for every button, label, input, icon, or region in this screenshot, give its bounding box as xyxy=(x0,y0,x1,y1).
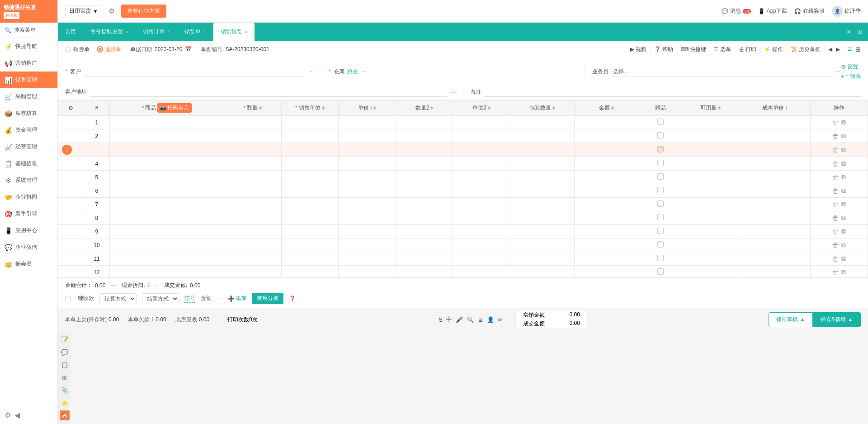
gift-checkbox[interactable] xyxy=(657,228,664,234)
row-gift[interactable] xyxy=(639,116,682,129)
gift-checkbox[interactable] xyxy=(657,214,664,220)
row-pack[interactable] xyxy=(510,116,574,129)
copy-icon[interactable]: ⧉ xyxy=(841,187,846,195)
remark-input[interactable] xyxy=(484,87,861,97)
right-panel-star-icon[interactable]: ⭐ xyxy=(60,398,70,408)
gift-checkbox[interactable] xyxy=(657,187,664,193)
gift-checkbox[interactable] xyxy=(657,146,664,152)
gift-checkbox[interactable] xyxy=(657,268,664,275)
row-pack[interactable] xyxy=(510,129,574,143)
save-new-button[interactable]: 保存&新增 ▲ xyxy=(813,312,861,327)
expense-split-btn[interactable]: 费用分摊 xyxy=(252,293,283,304)
messages-action[interactable]: 💬 消息 70 xyxy=(722,7,751,15)
row-cost[interactable] xyxy=(739,143,811,157)
tab-close-icon[interactable]: × xyxy=(167,29,170,34)
sidebar-item-enterprise[interactable]: 🤝 企业协同 xyxy=(0,189,57,205)
shortcut-btn[interactable]: ⌨ 快捷键 xyxy=(681,46,706,53)
expense-info-icon[interactable]: ❓ xyxy=(289,295,296,302)
gift-checkbox[interactable] xyxy=(657,132,664,138)
copy-icon[interactable]: ⧉ xyxy=(841,200,846,208)
row-qty2[interactable] xyxy=(396,116,453,129)
delete-icon[interactable]: 🗑 xyxy=(832,228,839,235)
list-view-icon[interactable]: ≡ xyxy=(848,45,852,53)
row-qty[interactable] xyxy=(224,143,282,157)
s-icon[interactable]: S xyxy=(439,316,443,323)
copy-icon[interactable]: ⧉ xyxy=(841,173,846,181)
video-btn[interactable]: ▶ 视频 xyxy=(630,46,646,53)
tab-sales-delivery[interactable]: 销货单 × xyxy=(177,23,213,41)
sidebar-item-member[interactable]: 👑 畅会员 xyxy=(0,256,57,272)
product-input-active[interactable] xyxy=(110,145,224,155)
salesperson-more-icon[interactable]: ··· xyxy=(836,68,841,75)
row-price[interactable] xyxy=(339,129,396,143)
right-panel-table-icon[interactable]: 📋 xyxy=(60,360,70,370)
row-amount[interactable] xyxy=(575,143,639,157)
scan-btn[interactable]: 📷 扫码录入 xyxy=(157,103,192,113)
tab-close-icon[interactable]: × xyxy=(245,29,248,34)
salesperson-input[interactable] xyxy=(611,67,833,76)
help-btn[interactable]: ❓ 帮助 xyxy=(654,46,673,53)
right-panel-message-icon[interactable]: 💬 xyxy=(60,347,70,357)
delete-icon[interactable]: 🗑 xyxy=(832,174,839,181)
one-click-pay-check[interactable]: 一键收款 xyxy=(65,295,94,302)
settings-bottom-icon[interactable]: ⚙ xyxy=(5,411,11,419)
tab-close-icon[interactable]: × xyxy=(126,29,128,34)
delete-icon[interactable]: 🗑 xyxy=(832,214,839,222)
row-gift[interactable] xyxy=(639,129,682,143)
add-row-button[interactable]: + xyxy=(62,145,72,155)
account-link[interactable]: 陈号 xyxy=(184,295,195,303)
row-qty[interactable] xyxy=(224,116,282,129)
edit-icon[interactable]: ✏ xyxy=(498,316,503,323)
row-amount[interactable] xyxy=(575,116,639,129)
addr-more-icon[interactable]: ··· xyxy=(451,89,455,95)
per-debt-check[interactable]: ℹ xyxy=(151,316,154,323)
sort-icon[interactable] xyxy=(611,106,614,110)
settings-btn[interactable]: ⚙ 设置 xyxy=(841,63,861,71)
gift-checkbox[interactable] xyxy=(657,119,664,125)
right-panel-grid-icon[interactable]: ⊞ xyxy=(60,372,70,382)
tab-sales-order[interactable]: 销售订单 × xyxy=(136,23,177,41)
prev-arrow[interactable]: ◀ xyxy=(828,46,832,52)
row-product-input[interactable] xyxy=(109,143,224,157)
row-price[interactable] xyxy=(339,143,396,157)
print-btn[interactable]: 🖨 打印 xyxy=(739,46,756,53)
row-qty2[interactable] xyxy=(396,143,453,157)
sort-icon[interactable] xyxy=(488,106,491,110)
delete-icon[interactable]: 🗑 xyxy=(832,119,839,126)
row-unit2[interactable] xyxy=(453,129,510,143)
right-panel-note-icon[interactable]: 📝 xyxy=(60,334,70,344)
select-btn[interactable]: ☰ 选单 xyxy=(714,46,731,53)
sort-icon[interactable] xyxy=(373,106,376,110)
row-gift[interactable] xyxy=(639,143,682,157)
gift-checkbox[interactable] xyxy=(657,173,664,180)
doc-num-value[interactable]: SA-20230320-001 xyxy=(225,46,269,52)
delete-icon[interactable]: 🗑 xyxy=(832,255,839,262)
app-download-action[interactable]: 📱 App下载 xyxy=(758,7,787,15)
info-icon[interactable]: ℹ xyxy=(370,105,372,111)
radio-return[interactable]: 退货单 xyxy=(97,46,121,53)
sidebar-item-wechat[interactable]: 💬 企业微信 xyxy=(0,239,57,256)
copy-icon[interactable]: ⧉ xyxy=(841,146,846,154)
row-product[interactable] xyxy=(109,116,224,129)
delete-icon[interactable]: 🗑 xyxy=(832,146,839,153)
sidebar-item-finance[interactable]: 💰 资金管理 xyxy=(0,122,57,138)
calendar-icon[interactable]: 📅 xyxy=(185,46,192,52)
warehouse-value[interactable]: 总仓 xyxy=(347,68,358,76)
copy-icon[interactable]: ⧉ xyxy=(841,160,846,167)
tab-close-icon[interactable]: × xyxy=(203,29,206,34)
sort-icon[interactable] xyxy=(322,106,325,110)
right-panel-attach-icon[interactable]: 📎 xyxy=(60,385,70,395)
row-pack[interactable] xyxy=(510,143,574,157)
online-service-action[interactable]: 🎧 在线客服 xyxy=(794,7,825,15)
row-avail[interactable] xyxy=(682,129,739,143)
gift-checkbox[interactable] xyxy=(657,200,664,207)
collapse-icon[interactable]: ◀ xyxy=(14,411,20,419)
right-panel-active-icon[interactable]: 🏠 xyxy=(60,410,70,420)
industry-select[interactable]: 日用百货 ▼ xyxy=(65,5,102,17)
sort-icon[interactable] xyxy=(718,106,721,110)
calc-method-select[interactable]: 结算方式 xyxy=(142,293,179,304)
sort-icon[interactable] xyxy=(430,106,433,110)
row-price[interactable] xyxy=(339,116,396,129)
person-icon[interactable]: 👤 xyxy=(487,316,494,323)
sidebar-item-sales[interactable]: 📊 销售管理 xyxy=(0,71,57,88)
